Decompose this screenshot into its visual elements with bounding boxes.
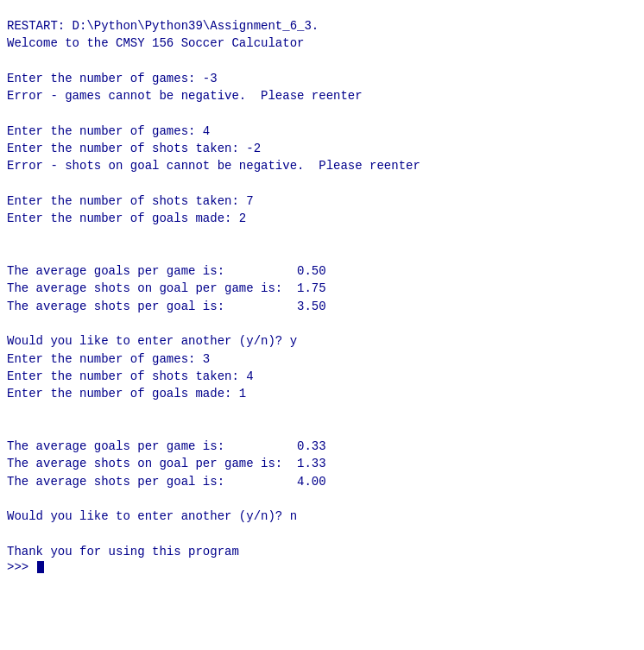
terminal-line: Enter the number of shots taken: 4 xyxy=(7,368,637,385)
prompt-text: >>> xyxy=(7,560,36,574)
terminal-line: Error - games cannot be negative. Please… xyxy=(7,87,637,104)
terminal-line: Enter the number of goals made: 1 xyxy=(7,385,637,402)
terminal-line: Enter the number of shots taken: -2 xyxy=(7,140,637,157)
terminal-line xyxy=(7,420,637,438)
terminal-line xyxy=(7,228,637,245)
prompt-line[interactable]: >>> xyxy=(7,560,637,574)
terminal-line: The average shots on goal per game is: 1… xyxy=(7,280,637,297)
terminal-line xyxy=(7,526,637,543)
terminal-line xyxy=(7,245,637,262)
terminal-line xyxy=(7,403,637,420)
terminal-line: Thank you for using this program xyxy=(7,543,637,560)
terminal-window: RESTART: D:\Python\Python39\Assignment_6… xyxy=(0,0,644,650)
terminal-line: Enter the number of games: 3 xyxy=(7,350,637,368)
terminal-line: The average shots per goal is: 3.50 xyxy=(7,298,637,315)
terminal-line: Enter the number of goals made: 2 xyxy=(7,210,637,227)
terminal-line: Enter the number of games: 4 xyxy=(7,123,637,140)
cursor xyxy=(37,561,44,573)
terminal-line xyxy=(7,315,637,332)
terminal-line: The average goals per game is: 0.33 xyxy=(7,438,637,455)
terminal-line: RESTART: D:\Python\Python39\Assignment_6… xyxy=(7,17,637,35)
terminal-line: Error - shots on goal cannot be negative… xyxy=(7,157,637,174)
terminal-line: The average goals per game is: 0.50 xyxy=(7,262,637,280)
terminal-line: The average shots on goal per game is: 1… xyxy=(7,455,637,472)
terminal-line: Welcome to the CMSY 156 Soccer Calculato… xyxy=(7,35,637,52)
terminal-line: Would you like to enter another (y/n)? n xyxy=(7,508,637,525)
terminal-line xyxy=(7,490,637,508)
terminal-line xyxy=(7,175,637,192)
terminal-line xyxy=(7,104,637,122)
terminal-line xyxy=(7,53,637,70)
terminal-line: Would you like to enter another (y/n)? y xyxy=(7,332,637,350)
terminal-line: Enter the number of shots taken: 7 xyxy=(7,192,637,210)
terminal-line: Enter the number of games: -3 xyxy=(7,70,637,87)
terminal-line: The average shots per goal is: 4.00 xyxy=(7,473,637,490)
